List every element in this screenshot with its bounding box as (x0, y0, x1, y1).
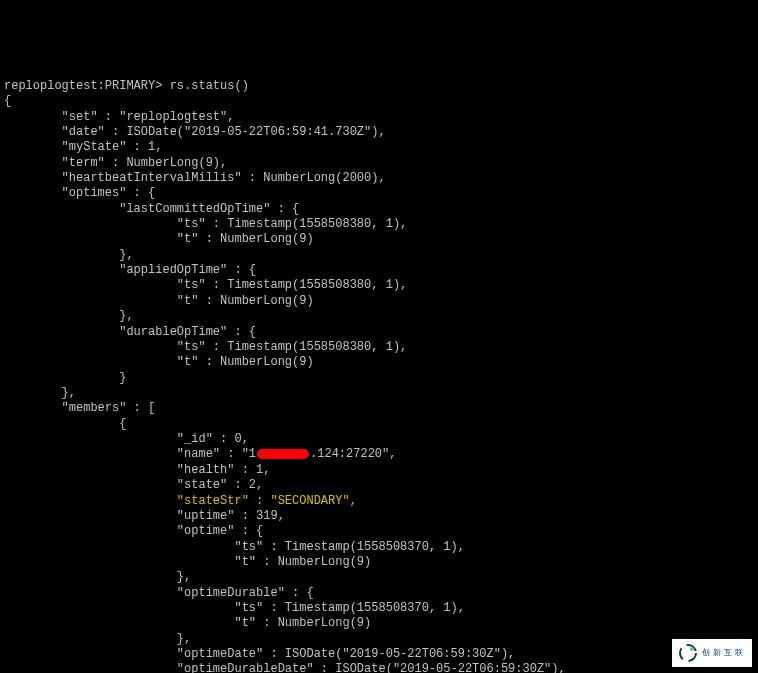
m0-optdur-ts: Timestamp(1558508370, 1) (285, 601, 458, 615)
durable-ts: Timestamp(1558508380, 1) (227, 340, 400, 354)
m0-optime-t: NumberLong(9) (278, 555, 372, 569)
m0-health: 1 (256, 463, 263, 477)
set-value: reploplogtest (126, 110, 220, 124)
prompt: reploplogtest:PRIMARY> rs.status() (4, 79, 249, 93)
svg-point-1 (690, 647, 694, 651)
m0-optdur-t: NumberLong(9) (278, 616, 372, 630)
applied-t: NumberLong(9) (220, 294, 314, 308)
watermark-logo: 创新互联 (672, 639, 752, 667)
svg-point-0 (680, 645, 696, 661)
mystate-value: 1 (148, 140, 155, 154)
logo-icon (678, 643, 698, 663)
redaction-bar (257, 449, 309, 459)
lastcommit-t: NumberLong(9) (220, 232, 314, 246)
logo-text: 创新互联 (702, 649, 746, 657)
m0-optdurdate: ISODate("2019-05-22T06:59:30Z") (335, 662, 558, 673)
m0-state: 2 (249, 478, 256, 492)
terminal-output[interactable]: reploplogtest:PRIMARY> rs.status() { "se… (0, 61, 758, 673)
applied-ts: Timestamp(1558508380, 1) (227, 278, 400, 292)
hb-interval: NumberLong(2000) (263, 171, 378, 185)
command-text: rs.status() (170, 79, 249, 93)
durable-t: NumberLong(9) (220, 355, 314, 369)
date-value: ISODate("2019-05-22T06:59:41.730Z") (126, 125, 378, 139)
m0-statestr-line: "stateStr" : "SECONDARY", (177, 494, 357, 508)
lastcommit-ts: Timestamp(1558508380, 1) (227, 217, 400, 231)
term-value: NumberLong(9) (126, 156, 220, 170)
m0-optimedate: ISODate("2019-05-22T06:59:30Z") (285, 647, 508, 661)
m0-optime-ts: Timestamp(1558508370, 1) (285, 540, 458, 554)
m0-name-suffix: .124:27220 (310, 447, 382, 461)
m0-id: 0 (234, 432, 241, 446)
m0-uptime: 319 (256, 509, 278, 523)
